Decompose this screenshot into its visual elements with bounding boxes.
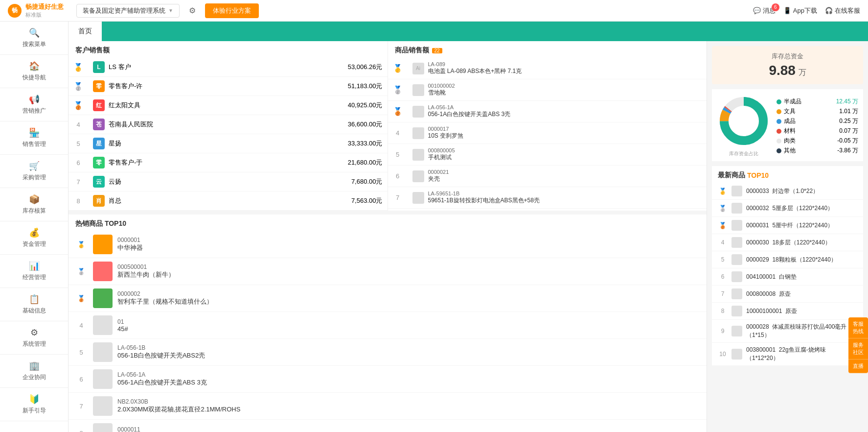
- system-selector[interactable]: 装备及固定资产辅助管理系统 ▼: [76, 4, 180, 18]
- product-ranking-card: 商品销售额 22 🥇 Ai: [388, 41, 707, 211]
- tab-home[interactable]: 首页: [69, 22, 102, 41]
- product-icon: [412, 192, 424, 204]
- sidebar-item-enterprise[interactable]: 🏢 企业协同: [0, 355, 68, 388]
- avatar: 云: [93, 176, 105, 188]
- middle-content: 客户销售额 🥇 L LS 客户: [69, 41, 707, 432]
- product-icon: [731, 254, 742, 265]
- sidebar-item-finance[interactable]: 💰 资金管理: [0, 221, 68, 255]
- trial-button[interactable]: 体验行业方案: [205, 3, 259, 18]
- hot-products-header: 热销商品 TOP10: [69, 215, 707, 231]
- product-icon: [731, 288, 742, 299]
- product-icon: [412, 106, 424, 118]
- phone-icon: 📱: [783, 7, 791, 14]
- avatar: 苍: [93, 119, 105, 130]
- legend-row: 肉类 -0.05 万: [777, 137, 858, 145]
- list-item: 9 0000028 体减蔗枝味苏打饮品400毫升（1*15）: [712, 320, 863, 343]
- app-download-button[interactable]: 📱 App下载: [783, 6, 817, 15]
- list-item: 🥇 0000001 中华神器: [69, 231, 707, 258]
- logo-icon: 畅: [8, 4, 22, 18]
- sidebar-item-system[interactable]: ⚙ 系统管理: [0, 321, 68, 355]
- product-icon: [412, 170, 424, 182]
- legend-row: 材料 0.07 万: [777, 127, 858, 135]
- sidebar-item-search[interactable]: 🔍 搜索菜单: [0, 22, 68, 55]
- dropdown-arrow-icon: ▼: [168, 8, 173, 13]
- list-item: 6 LA-056-1A 056-1A白色按键开关盖ABS 3克: [69, 366, 707, 393]
- table-row: 5 星 星扬 33,333.00元: [69, 134, 388, 153]
- product-thumbnail: [93, 369, 113, 389]
- inventory-icon: 📦: [29, 194, 40, 205]
- inventory-chart-card: 库存资金占比 半成品 12.45 万: [712, 89, 863, 161]
- product-icon: [731, 326, 742, 336]
- medal-1-icon: 🥇: [393, 64, 403, 72]
- message-button[interactable]: 💬 消息 6: [753, 6, 776, 15]
- list-item: 🥉 0000031 5厘中纤（1220*2440）: [712, 217, 863, 234]
- sidebar-item-basic[interactable]: 📋 基础信息: [0, 288, 68, 321]
- avatar: 零: [93, 80, 105, 92]
- customer-ranking-header: 客户销售额: [69, 41, 388, 58]
- sidebar-item-purchase[interactable]: 🛒 采购管理: [0, 155, 68, 188]
- float-buttons: 客服热线 服务社区 直播: [848, 317, 868, 373]
- legend-dot: [777, 148, 781, 153]
- inventory-legend: 半成品 12.45 万 文具 1.01 万: [777, 94, 858, 156]
- legend-dot: [777, 139, 781, 144]
- sidebar-item-sales[interactable]: 🏪 销售管理: [0, 121, 68, 155]
- headset-icon: 🎧: [825, 7, 833, 14]
- product-icon: [731, 349, 742, 360]
- list-item: 8 10000100001 原壶: [712, 303, 863, 320]
- table-row: 7 云 云扬 7,680.00元: [69, 172, 388, 192]
- sidebar-item-operations[interactable]: 📊 经营管理: [0, 255, 68, 288]
- sidebar-item-inventory[interactable]: 📦 库存核算: [0, 188, 68, 221]
- main-layout: 🔍 搜索菜单 🏠 快捷导航 📢 营销推广 🏪 销售管理 🛒 采购管理 📦 库存核…: [0, 22, 868, 432]
- donut-svg: [717, 94, 771, 148]
- list-item: 🥈 0000032 5厘多层（1220*2440）: [712, 200, 863, 217]
- community-button[interactable]: 服务社区: [848, 338, 868, 360]
- list-item: 6 004100001 白钢垫: [712, 268, 863, 286]
- hot-products-title: 热销商品 TOP10: [75, 219, 126, 227]
- newest-products-header: 最新商品 TOP10: [712, 166, 863, 183]
- chart-label: 库存资金占比: [729, 150, 758, 157]
- table-row: 🥈 001000002 雪地靴: [388, 79, 707, 101]
- list-item: 10 003800001 22g鱼豆腐-烧烤味（1*12*20）: [712, 343, 863, 366]
- product-thumbnail: [93, 315, 113, 335]
- logo-area: 畅 畅捷通好生意 标准版: [8, 2, 76, 19]
- sidebar: 🔍 搜索菜单 🏠 快捷导航 📢 营销推广 🏪 销售管理 🛒 采购管理 📦 库存核…: [0, 22, 69, 432]
- legend-row: 半成品 12.45 万: [777, 97, 858, 106]
- table-row: 7 LA-59651-1B 59651-1B旋转投影灯电池盒ABS黑色+58壳: [388, 187, 707, 209]
- medal-icon: 🥉: [719, 222, 727, 229]
- product-ranking-badge: 22: [432, 48, 442, 53]
- customer-service-button[interactable]: 客服热线: [848, 317, 868, 338]
- sidebar-item-guide[interactable]: 🔰 新手引导: [0, 388, 68, 421]
- inventory-total-card: 库存总资金 9.88 万: [712, 46, 863, 84]
- avatar: 红: [93, 99, 105, 111]
- medal-icon: 🥇: [719, 188, 727, 195]
- product-ranking-table: 🥇 Ai LA-089 电池盖 LA-089 ABS本色+黑种 7.1克: [388, 58, 707, 209]
- table-row: 🥈 零 零售客户-许 51,183.00元: [69, 77, 388, 96]
- product-thumbnail: [93, 342, 113, 362]
- purchase-icon: 🛒: [29, 161, 40, 171]
- customer-ranking-title: 客户销售额: [75, 46, 110, 55]
- table-row: 🥇 Ai LA-089 电池盖 LA-089 ABS本色+黑种 7.1克: [388, 58, 707, 79]
- sidebar-item-quick[interactable]: 🏠 快捷导航: [0, 55, 68, 88]
- online-service-button[interactable]: 🎧 在线客服: [825, 6, 860, 15]
- legend-dot: [777, 99, 781, 104]
- medal-icon: 🥈: [719, 205, 727, 212]
- donut-chart: 库存资金占比: [717, 94, 771, 149]
- legend-dot: [777, 119, 781, 124]
- legend-row: 其他 -3.86 万: [777, 146, 858, 155]
- sidebar-item-marketing[interactable]: 📢 营销推广: [0, 88, 68, 121]
- list-item: 4 01 45#: [69, 312, 707, 339]
- message-icon: 💬: [753, 7, 761, 14]
- product-icon: [412, 127, 424, 139]
- legend-row: 成品 0.25 万: [777, 117, 858, 125]
- settings-icon[interactable]: ⚙: [185, 4, 199, 18]
- product-icon: Ai: [412, 63, 424, 74]
- product-icon: [731, 237, 742, 248]
- newest-products-title: 最新商品: [718, 171, 745, 180]
- legend-dot: [777, 129, 781, 134]
- message-badge: 6: [772, 3, 779, 11]
- list-item: 4 0000030 18多层（1220*2440）: [712, 234, 863, 251]
- inventory-amount: 9.88: [769, 63, 796, 78]
- live-button[interactable]: 直播: [848, 360, 868, 373]
- list-item: 🥇 0000033 封边带（1.0*22）: [712, 183, 863, 200]
- medal-3-icon: 🥉: [77, 295, 85, 302]
